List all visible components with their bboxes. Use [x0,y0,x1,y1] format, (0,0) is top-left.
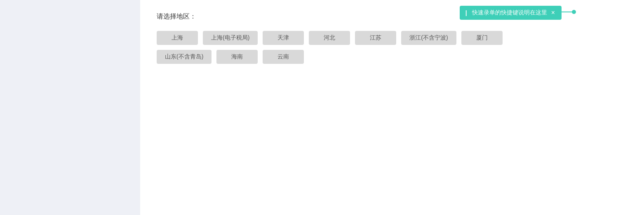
tooltip-connector-line [559,12,572,12]
region-button-group: 上海 上海(电子税局) 天津 河北 江苏 浙江(不含宁波) 厦门 [157,31,628,45]
region-button-group-2: 山东(不含青岛) 海南 云南 [157,50,628,64]
btn-shanghai-etax[interactable]: 上海(电子税局) [203,31,258,45]
btn-shandong[interactable]: 山东(不含青岛) [157,50,212,64]
btn-xiamen[interactable]: 厦门 [461,31,503,45]
btn-jiangsu[interactable]: 江苏 [355,31,396,45]
btn-zhejiang[interactable]: 浙江(不含宁波) [401,31,456,45]
btn-hainan[interactable]: 海南 [216,50,258,64]
tooltip-connector-dot [572,10,576,14]
btn-shanghai[interactable]: 上海 [157,31,198,45]
tooltip-text: 快速录单的快捷键说明在这里 [472,9,547,16]
btn-yunnan[interactable]: 云南 [263,50,304,64]
main-content: 请选择地区： 上海 上海(电子税局) 天津 河北 江苏 浙江(不含宁波) 厦门 … [140,0,644,215]
btn-hebei[interactable]: 河北 [309,31,350,45]
sidebar [0,0,140,215]
btn-tianjin[interactable]: 天津 [263,31,304,45]
tooltip-close-button[interactable]: × [550,9,556,16]
tooltip-banner: 快速录单的快捷键说明在这里 × [460,6,562,20]
